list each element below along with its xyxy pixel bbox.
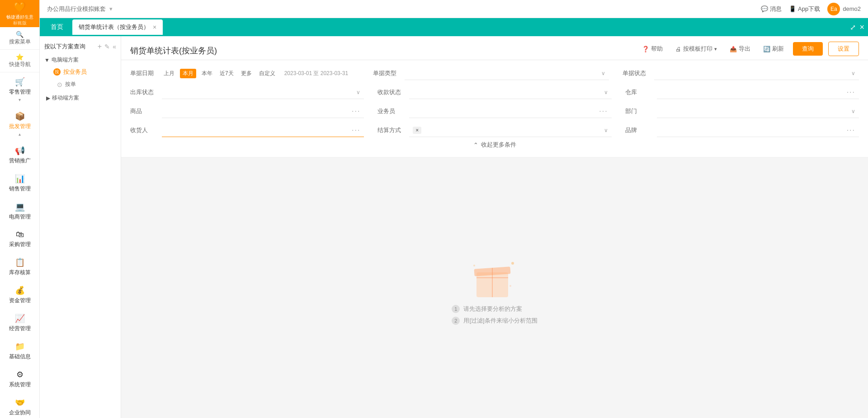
sidebar-item-marketing[interactable]: 📢 营销推广 <box>0 141 39 169</box>
finance-label: 资金管理 <box>9 297 31 304</box>
template-print-button[interactable]: 🖨 按模板打印 ▾ <box>672 43 721 55</box>
department-label: 部门 <box>625 107 657 115</box>
date-tab-this-year[interactable]: 本年 <box>200 69 214 78</box>
department-control[interactable]: ∨ <box>657 104 859 118</box>
payment-method-control[interactable]: × ∨ <box>409 124 611 137</box>
payment-status-label: 收款状态 <box>377 88 409 96</box>
query-button[interactable]: 查询 <box>793 42 823 56</box>
breadcrumb-area: 办公用品行业模拟账套 ▾ <box>47 5 113 13</box>
collapse-panel-icon[interactable]: « <box>113 43 116 50</box>
panel-actions: + ✎ « <box>98 43 116 51</box>
stock-status-control[interactable]: ∨ <box>162 86 364 99</box>
maximize-icon[interactable]: ⤢ <box>850 23 856 32</box>
search-label: 搜索菜单 <box>3 38 37 46</box>
svg-point-6 <box>509 285 511 287</box>
desktop-scheme-group: ▼ 电脑端方案 按 按业务员 ⊙ 按单 <box>40 54 121 90</box>
message-button[interactable]: 💬 消息 <box>761 5 782 13</box>
breadcrumb-dropdown-icon[interactable]: ▾ <box>109 5 113 12</box>
wholesale-arrow: ▴ <box>19 132 21 137</box>
avatar: Ea <box>827 3 840 15</box>
salesperson-dots: ··· <box>599 107 608 115</box>
goods-control[interactable]: ··· <box>162 104 364 118</box>
desktop-group-label: 电脑端方案 <box>52 56 79 64</box>
message-label: 消息 <box>770 5 782 13</box>
scheme-item-by-salesperson[interactable]: 按 按业务员 <box>42 66 118 78</box>
sidebar-item-finance[interactable]: 💰 资金管理 <box>0 281 39 309</box>
tab-home[interactable]: 首页 <box>43 18 71 36</box>
tag-close-icon[interactable]: × <box>415 127 419 133</box>
date-tab-more[interactable]: 更多 <box>239 69 254 78</box>
payment-status-control[interactable]: ∨ <box>409 86 611 99</box>
purchase-label: 采购管理 <box>9 241 31 248</box>
payment-arrow: ∨ <box>604 89 608 95</box>
consignee-control[interactable]: ··· <box>162 124 364 137</box>
retail-label: 零售管理 <box>9 88 31 96</box>
sidebar-item-ecommerce[interactable]: 💻 电商管理 <box>0 197 39 225</box>
doc-status-label: 单据状态 <box>623 69 654 77</box>
brand-control[interactable]: ··· <box>657 124 859 137</box>
scheme-sub-item-by-order[interactable]: ⊙ 按单 <box>42 78 118 90</box>
help-icon: ❓ <box>642 46 649 52</box>
message-icon: 💬 <box>761 5 768 12</box>
mobile-scheme-group[interactable]: ▶ 移动端方案 <box>40 92 121 104</box>
settings-button[interactable]: 设置 <box>828 42 859 56</box>
edit-scheme-icon[interactable]: ✎ <box>104 43 110 50</box>
date-label: 单据日期 <box>130 69 162 77</box>
export-button[interactable]: 📤 导出 <box>726 43 754 55</box>
marketing-icon: 📢 <box>15 146 25 156</box>
filter-area: 单据日期 上月 本月 本年 近7天 更多 自定义 2023-03-01 至 20… <box>121 60 868 157</box>
sidebar-item-purchase[interactable]: 🛍 采购管理 <box>0 225 39 253</box>
help-button[interactable]: ❓ 帮助 <box>638 43 666 55</box>
sidebar-item-sales[interactable]: 📊 销售管理 <box>0 169 39 197</box>
purchase-icon: 🛍 <box>16 230 24 239</box>
export-label: 导出 <box>739 45 750 53</box>
tab-bar-actions: ⤢ × <box>850 23 864 32</box>
filter-row-3: 商品 ··· 业务员 ··· 部门 ∨ <box>130 104 859 118</box>
add-scheme-icon[interactable]: + <box>98 43 102 51</box>
stock-status-label: 出库状态 <box>130 88 162 96</box>
app-download-label: App下载 <box>798 5 820 13</box>
payment-method-arrow: ∨ <box>604 127 608 133</box>
sidebar-item-basic-info[interactable]: 📁 基础信息 <box>0 337 39 365</box>
date-tab-last-month[interactable]: 上月 <box>162 69 176 78</box>
sidebar-item-retail[interactable]: 🛒 零售管理 ▾ <box>0 72 39 107</box>
scheme-salesperson-label: 按业务员 <box>63 68 87 76</box>
tip-num-2: 2 <box>452 317 460 325</box>
logo-icon: 🧡 <box>14 1 26 13</box>
empty-illustration <box>467 254 522 299</box>
tab-close-icon[interactable]: × <box>153 24 156 31</box>
date-tab-7days[interactable]: 近7天 <box>218 69 236 78</box>
app-download-button[interactable]: 📱 App下载 <box>789 5 820 13</box>
empty-svg-icon <box>467 254 522 299</box>
doc-type-control[interactable]: ∨ <box>405 66 609 80</box>
desktop-group-title[interactable]: ▼ 电脑端方案 <box>42 54 118 66</box>
consignee-label: 收货人 <box>130 126 162 134</box>
sidebar-item-system[interactable]: ⚙ 系统管理 <box>0 365 39 393</box>
salesperson-control[interactable]: ··· <box>409 104 611 118</box>
sidebar-item-operations[interactable]: 📈 经营管理 <box>0 309 39 337</box>
tab-sales-report[interactable]: 销货单统计表（按业务员） × <box>72 19 163 35</box>
mobile-group-arrow: ▶ <box>46 95 50 101</box>
ecommerce-label: 电商管理 <box>9 213 31 221</box>
date-tabs: 上月 本月 本年 近7天 更多 自定义 2023-03-01 至 2023-03… <box>162 69 359 78</box>
payment-method-tag: × <box>413 127 421 134</box>
date-filter-control[interactable]: 上月 本月 本年 近7天 更多 自定义 2023-03-01 至 2023-03… <box>162 69 359 78</box>
sidebar-search[interactable]: 🔍 搜索菜单 <box>0 27 39 50</box>
date-tab-custom[interactable]: 自定义 <box>257 69 277 78</box>
tip-num-1: 1 <box>452 305 460 313</box>
collapse-more-button[interactable]: ⌃ 收起更多条件 <box>130 137 859 151</box>
operations-icon: 📈 <box>15 314 25 323</box>
sidebar-item-enterprise[interactable]: 🤝 企业协同 <box>0 393 39 418</box>
close-window-icon[interactable]: × <box>859 23 864 32</box>
sidebar-shortcut[interactable]: ⭐ 快捷导航 <box>0 50 39 72</box>
date-tab-this-month[interactable]: 本月 <box>180 69 196 78</box>
refresh-button[interactable]: 🔄 刷新 <box>760 43 788 55</box>
user-info[interactable]: Ea demo2 <box>827 3 861 15</box>
page-title: 销货单统计表(按业务员) <box>130 45 217 56</box>
warehouse-control[interactable]: ··· <box>657 86 859 99</box>
sidebar-item-wholesale[interactable]: 📦 批发管理 ▴ <box>0 107 39 141</box>
doc-status-control[interactable]: ∨ <box>654 66 859 80</box>
svg-point-4 <box>511 262 514 265</box>
operations-label: 经营管理 <box>9 325 31 332</box>
sidebar-item-inventory[interactable]: 📋 库存核算 <box>0 253 39 281</box>
